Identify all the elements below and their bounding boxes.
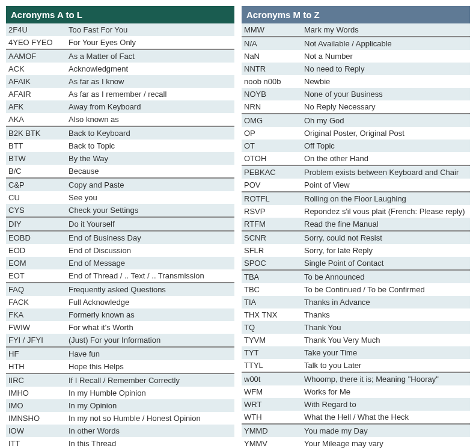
acronym-cell: C&P xyxy=(8,180,69,189)
letter-group: IIRCIf I Recall / Remember CorrectlyIMHO… xyxy=(6,373,234,448)
meaning-cell: Thank You Very Much xyxy=(304,336,468,345)
meaning-cell: By the Way xyxy=(69,154,232,163)
acronym-cell: WFM xyxy=(244,387,304,396)
table-row: FWIWFor what it's Worth xyxy=(6,321,234,334)
letter-group: OMGOh my GodOPOriginal Poster, Original … xyxy=(242,113,470,165)
acronym-cell: HTH xyxy=(8,362,69,371)
letter-group: N/ANot Available / ApplicableNaNNot a Nu… xyxy=(242,36,470,113)
meaning-cell: You made my Day xyxy=(304,426,468,435)
acronym-cell: AFAIK xyxy=(8,77,69,86)
acronym-cell: CYS xyxy=(8,206,69,215)
acronym-cell: AKA xyxy=(8,115,69,124)
acronym-cell: IMO xyxy=(8,401,69,410)
table-row: EOBDEnd of Business Day xyxy=(6,232,234,244)
meaning-cell: (Just) For your Information xyxy=(69,336,232,345)
meaning-cell: Repondez s'il vous plait (French: Please… xyxy=(304,207,468,216)
meaning-cell: Single Point of Contact xyxy=(304,259,468,268)
table-row: IOWIn other Words xyxy=(6,425,234,437)
letter-group: 2F4UToo Fast For You4YEO FYEOFor Your Ey… xyxy=(6,23,234,49)
table-row: EODEnd of Discussion xyxy=(6,244,234,257)
acronym-cell: POV xyxy=(244,180,304,189)
meaning-cell: Your Mileage may vary xyxy=(304,439,468,448)
acronym-cell: TYT xyxy=(244,348,304,357)
acronym-cell: EOBD xyxy=(8,233,69,242)
acronym-cell: noob n00b xyxy=(244,77,304,86)
meaning-cell: Back to Topic xyxy=(69,141,232,150)
table-row: noob n00bNewbie xyxy=(242,75,470,88)
meaning-cell: With Regard to xyxy=(304,400,468,409)
column-a-to-l: Acronyms A to L 2F4UToo Fast For You4YEO… xyxy=(6,6,234,448)
table-row: TBCTo be Continued / To be Confirmed xyxy=(242,283,470,296)
meaning-cell: Thanks in Advance xyxy=(304,298,468,307)
meaning-cell: If I Recall / Remember Correctly xyxy=(69,376,232,385)
table-row: IMNSHOIn my not so Humble / Honest Opini… xyxy=(6,412,234,425)
acronym-cell: MMW xyxy=(244,25,304,34)
meaning-cell: Away from Keyboard xyxy=(69,102,232,111)
acronym-cell: SFLR xyxy=(244,246,304,255)
meaning-cell: Too Fast For You xyxy=(69,25,232,34)
table-row: FACKFull Acknowledge xyxy=(6,296,234,308)
meaning-cell: Frequently asked Questions xyxy=(69,285,232,294)
table-row: NRNNo Reply Necessary xyxy=(242,100,470,113)
acronym-cell: EOT xyxy=(8,271,69,280)
table-row: PEBKACProblem exists between Keyboard an… xyxy=(242,166,470,179)
table-row: NaNNot a Number xyxy=(242,50,470,63)
acronym-cell: AFK xyxy=(8,102,69,111)
table-row: SFLRSorry, for late Reply xyxy=(242,244,470,257)
acronym-cell: OP xyxy=(244,129,304,138)
meaning-cell: Original Poster, Original Post xyxy=(304,129,468,138)
meaning-cell: Talk to you Later xyxy=(304,361,468,370)
table-row: w00tWhoomp, there it is; Meaning "Hooray… xyxy=(242,373,470,385)
meaning-cell: In my Humble Opinion xyxy=(69,388,232,397)
acronym-cell: FAQ xyxy=(8,285,69,294)
meaning-cell: Take your Time xyxy=(304,348,468,357)
meaning-cell: Newbie xyxy=(304,77,468,86)
letter-group: w00tWhoomp, there it is; Meaning "Hooray… xyxy=(242,372,470,423)
meaning-cell: End of Business Day xyxy=(69,233,232,242)
table-row: RTFMRead the fine Manual xyxy=(242,218,470,230)
letter-group: AAMOFAs a Matter of FactACKAcknowledgmen… xyxy=(6,49,234,126)
acronym-cell: BTT xyxy=(8,141,69,150)
table-row: IMOIn my Opinion xyxy=(6,399,234,412)
acronym-cell: RTFM xyxy=(244,219,304,229)
table-row: CUSee you xyxy=(6,191,234,204)
table-row: TQThank You xyxy=(242,321,470,334)
acronym-cell: OMG xyxy=(244,116,304,125)
table-row: WFMWorks for Me xyxy=(242,385,470,398)
meaning-cell: In my Opinion xyxy=(69,401,232,410)
meaning-cell: End of Thread / .. Text / .. Transmissio… xyxy=(69,271,232,280)
table-row: OPOriginal Poster, Original Post xyxy=(242,127,470,140)
meaning-cell: Read the fine Manual xyxy=(304,219,468,229)
table-row: ROTFLRolling on the Floor Laughing xyxy=(242,192,470,205)
meaning-cell: Acknowledgment xyxy=(69,64,232,73)
meaning-cell: Also known as xyxy=(69,115,232,124)
meaning-cell: Back to Keyboard xyxy=(69,129,232,138)
table-row: CYSCheck your Settings xyxy=(6,204,234,216)
acronym-cell: w00t xyxy=(244,375,304,384)
table-row: YMMDYou made my Day xyxy=(242,425,470,437)
meaning-cell: See you xyxy=(69,193,232,202)
table-row: B2K BTKBack to Keyboard xyxy=(6,127,234,140)
table-row: EOTEnd of Thread / .. Text / .. Transmis… xyxy=(6,269,234,282)
letter-group: EOBDEnd of Business DayEODEnd of Discuss… xyxy=(6,230,234,282)
table-row: FKAFormerly known as xyxy=(6,308,234,321)
acronym-cell: FACK xyxy=(8,298,69,307)
letter-group: FAQFrequently asked QuestionsFACKFull Ac… xyxy=(6,282,234,346)
letter-group: MMWMark my Words xyxy=(242,23,470,36)
table-row: POVPoint of View xyxy=(242,179,470,191)
letter-group: HFHave funHTHHope this Helps xyxy=(6,346,234,373)
meaning-cell: Do it Yourself xyxy=(69,219,232,229)
table-row: MMWMark my Words xyxy=(242,23,470,36)
table-row: SPOCSingle Point of Contact xyxy=(242,257,470,269)
meaning-cell: Check your Settings xyxy=(69,206,232,215)
acronym-cell: NaN xyxy=(244,52,304,61)
table-row: WRTWith Regard to xyxy=(242,398,470,411)
meaning-cell: For what it's Worth xyxy=(69,323,232,332)
acronym-cell: NOYB xyxy=(244,90,304,99)
table-row: AFAIKAs far as I know xyxy=(6,75,234,88)
acronym-cell: NNTR xyxy=(244,64,304,73)
meaning-cell: As a Matter of Fact xyxy=(69,52,232,61)
table-row: NOYBNone of your Business xyxy=(242,88,470,100)
meaning-cell: What the Hell / What the Heck xyxy=(304,413,468,422)
meaning-cell: Copy and Paste xyxy=(69,180,232,189)
